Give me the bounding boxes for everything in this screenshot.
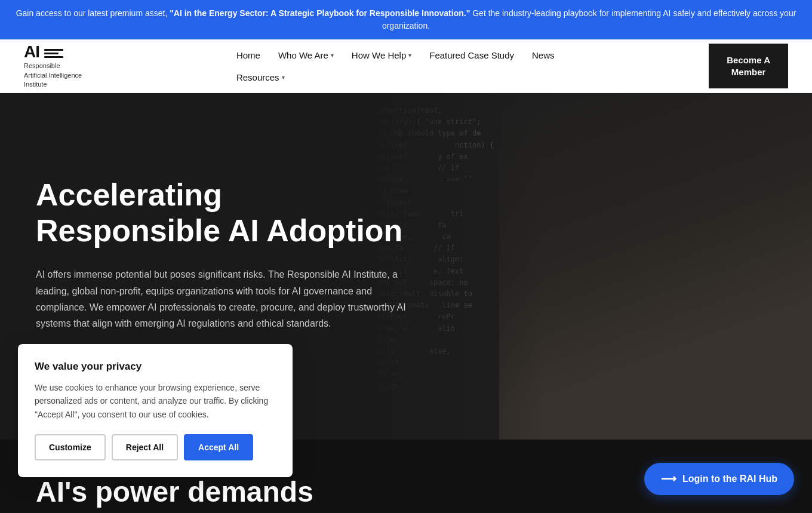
login-icon: ⟶: [661, 472, 676, 486]
cookie-banner-buttons: Customize Reject All Accept All: [35, 434, 276, 460]
top-banner: Gain access to our latest premium asset,…: [0, 0, 812, 39]
logo-full-name: Responsible Artificial Intelligence Inst…: [24, 62, 82, 89]
nav-who-we-are[interactable]: Who We Are ▾: [271, 45, 341, 65]
resources-chevron: ▾: [282, 74, 285, 81]
navbar: AI Responsible Artificial Intelligence I…: [0, 39, 812, 93]
nav-home[interactable]: Home: [229, 45, 267, 65]
who-we-are-chevron: ▾: [331, 52, 334, 59]
hero-title: Accelerating Responsible AI Adoption: [36, 177, 412, 249]
customize-button[interactable]: Customize: [35, 434, 106, 460]
reject-all-button[interactable]: Reject All: [112, 434, 178, 460]
cookie-banner-description: We use cookies to enhance your browsing …: [35, 381, 276, 421]
logo-line-1: [44, 49, 63, 51]
nav-featured-case-study[interactable]: Featured Case Study: [422, 45, 521, 65]
nav-row-bottom: Resources ▾: [229, 67, 562, 87]
cookie-banner-title: We value your privacy: [35, 361, 276, 373]
logo[interactable]: AI Responsible Artificial Intelligence I…: [24, 42, 82, 89]
how-we-help-chevron: ▾: [408, 52, 411, 59]
cookie-banner: We value your privacy We use cookies to …: [18, 344, 293, 477]
logo-ai-text: AI: [24, 42, 39, 62]
hero-description: AI offers immense potential but poses si…: [36, 266, 406, 331]
nav-links: Home Who We Are ▾ How We Help ▾ Featured…: [229, 45, 562, 87]
logo-line-3: [44, 56, 63, 58]
login-to-rai-hub-button[interactable]: ⟶ Login to the RAI Hub: [644, 463, 794, 495]
become-member-button[interactable]: Become A Member: [709, 44, 788, 88]
banner-prefix: Gain access to our latest premium asset,: [16, 8, 168, 18]
nav-how-we-help[interactable]: How We Help ▾: [345, 45, 419, 65]
login-button-label: Login to the RAI Hub: [682, 474, 777, 484]
hero-person-image: [499, 93, 812, 440]
logo-line-2: [44, 53, 59, 54]
nav-row-top: Home Who We Are ▾ How We Help ▾ Featured…: [229, 45, 562, 65]
logo-combined: AI Responsible Artificial Intelligence I…: [24, 42, 82, 89]
nav-news[interactable]: News: [525, 45, 562, 65]
logo-lines: [44, 49, 63, 58]
nav-resources[interactable]: Resources ▾: [229, 67, 292, 87]
accept-all-button[interactable]: Accept All: [184, 434, 253, 460]
banner-title: "AI in the Energy Sector: A Strategic Pl…: [170, 8, 470, 18]
bottom-title: AI's power demands responsible oversight: [36, 475, 334, 513]
